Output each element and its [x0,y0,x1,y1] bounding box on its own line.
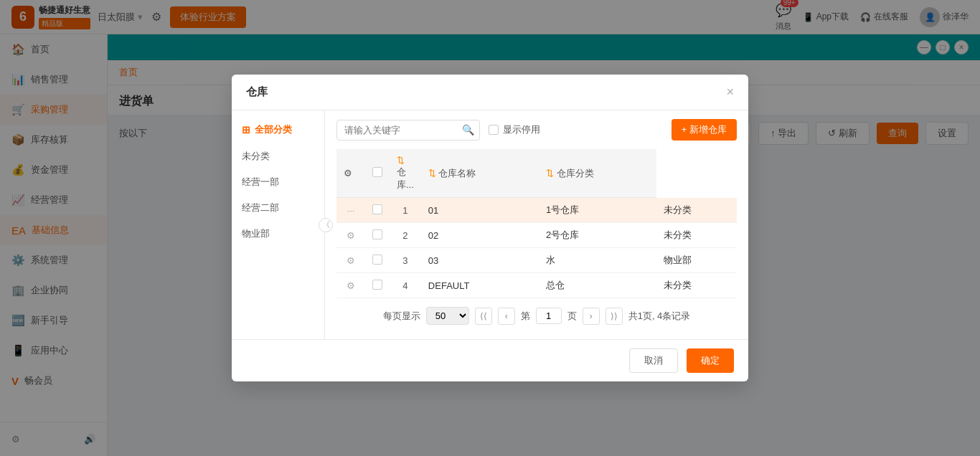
row-checkbox[interactable] [372,280,382,290]
table-row[interactable]: ⚙ 4 DEFAULT 总仓 未分类 [336,273,737,298]
table-row[interactable]: ··· 1 01 1号仓库 未分类 [336,198,737,223]
dialog-category-header: ⊞ 全部分类 [232,116,324,143]
confirm-btn[interactable]: 确定 [687,348,734,373]
select-all-checkbox[interactable] [372,167,382,177]
row-gear-icon: ⚙ [347,230,355,241]
row-checkbox[interactable] [372,255,382,265]
collapse-sidebar-btn[interactable]: 《 [319,218,333,232]
category-item-1[interactable]: 经营一部 [232,169,324,195]
first-page-btn[interactable]: ⟨⟨ [475,308,492,325]
gear-col-icon: ⚙ [344,168,352,179]
row-checkbox-cell [365,198,390,223]
category-item-0[interactable]: 未分类 [232,143,324,169]
row-number: 1 [390,198,421,223]
dialog-right-content: 🔍 显示停用 + 新增仓库 ⚙ [325,110,748,339]
next-page-btn[interactable]: › [583,308,600,325]
dialog-close-btn[interactable]: × [726,85,734,100]
row-category: 未分类 [656,223,737,248]
per-page-select-wrap: 50 10 20 100 [426,307,469,325]
per-page-label: 每页显示 [383,310,420,323]
dialog-footer: 取消 确定 [232,339,748,381]
checkbox-icon [489,125,499,135]
table-row[interactable]: ⚙ 2 02 2号仓库 未分类 [336,223,737,248]
row-gear-icon: ⚙ [347,255,355,266]
row-gear-cell: ⚙ [336,248,365,273]
page-input[interactable] [536,308,562,324]
th-gear: ⚙ [336,149,365,198]
add-warehouse-btn[interactable]: + 新增仓库 [672,119,737,141]
last-page-btn[interactable]: ⟩⟩ [606,308,623,325]
th-code: ⇅ 仓库... [390,149,421,198]
row-category: 未分类 [656,198,737,223]
dialog-search-bar: 🔍 显示停用 + 新增仓库 [336,119,737,141]
th-name-label: 仓库名称 [438,168,476,179]
show-disabled-label: 显示停用 [503,123,540,136]
warehouse-dialog: 仓库 × ⊞ 全部分类 《 未分类 经营一部 经营二部 物业部 [232,75,748,381]
th-category: ⇅ 仓库分类 [539,149,656,198]
sort-icon-name: ⇅ [428,168,436,179]
row-code: 02 [421,223,539,248]
search-input[interactable] [336,120,480,141]
category-item-2[interactable]: 经营二部 [232,195,324,221]
row-category: 物业部 [656,248,737,273]
dialog-overlay: 仓库 × ⊞ 全部分类 《 未分类 经营一部 经营二部 物业部 [0,0,980,456]
row-gear-cell: ⚙ [336,273,365,298]
row-actions-icon[interactable]: ··· [347,205,355,216]
warehouse-table: ⚙ ⇅ 仓库... ⇅ [336,149,737,298]
prev-page-btn[interactable]: ‹ [498,308,515,325]
row-checkbox[interactable] [372,229,382,239]
show-disabled-checkbox[interactable]: 显示停用 [489,123,540,136]
row-number: 4 [390,273,421,298]
category-item-3[interactable]: 物业部 [232,221,324,247]
row-gear-icon: ⚙ [347,280,355,291]
row-code: 01 [421,198,539,223]
dialog-category-sidebar: ⊞ 全部分类 《 未分类 经营一部 经营二部 物业部 [232,110,325,339]
row-gear-cell: ··· [336,198,365,223]
th-code-label: 仓库... [397,166,414,190]
row-category: 未分类 [656,273,737,298]
row-checkbox-cell [365,273,390,298]
per-page-select[interactable]: 50 10 20 100 [426,307,469,325]
th-checkbox [365,149,390,198]
row-name: 总仓 [539,273,656,298]
total-label: 共1页, 4条记录 [628,310,691,323]
page-label: 第 [521,310,530,323]
row-code: DEFAULT [421,273,539,298]
table-row[interactable]: ⚙ 3 03 水 物业部 [336,248,737,273]
dialog-title: 仓库 [246,85,268,99]
cancel-btn[interactable]: 取消 [629,348,678,373]
dialog-header: 仓库 × [232,75,748,110]
dialog-body: ⊞ 全部分类 《 未分类 经营一部 经营二部 物业部 🔍 [232,110,748,339]
row-name: 水 [539,248,656,273]
grid-icon: ⊞ [242,124,250,136]
page-suffix: 页 [567,310,577,323]
row-name: 1号仓库 [539,198,656,223]
row-checkbox-cell [365,223,390,248]
search-icon: 🔍 [462,124,474,136]
dialog-pagination: 每页显示 50 10 20 100 ⟨⟨ ‹ 第 页 › [336,298,737,331]
table-container: ⚙ ⇅ 仓库... ⇅ [336,149,737,298]
row-checkbox[interactable] [372,204,382,214]
row-checkbox-cell [365,248,390,273]
category-header-label: 全部分类 [255,123,292,136]
row-code: 03 [421,248,539,273]
row-number: 3 [390,248,421,273]
search-input-wrap: 🔍 [336,120,480,141]
th-name: ⇅ 仓库名称 [421,149,539,198]
row-number: 2 [390,223,421,248]
row-gear-cell: ⚙ [336,223,365,248]
row-name: 2号仓库 [539,223,656,248]
sort-icon-cat: ⇅ [546,168,554,179]
th-cat-label: 仓库分类 [557,168,594,179]
sort-icon-code: ⇅ [397,155,405,166]
